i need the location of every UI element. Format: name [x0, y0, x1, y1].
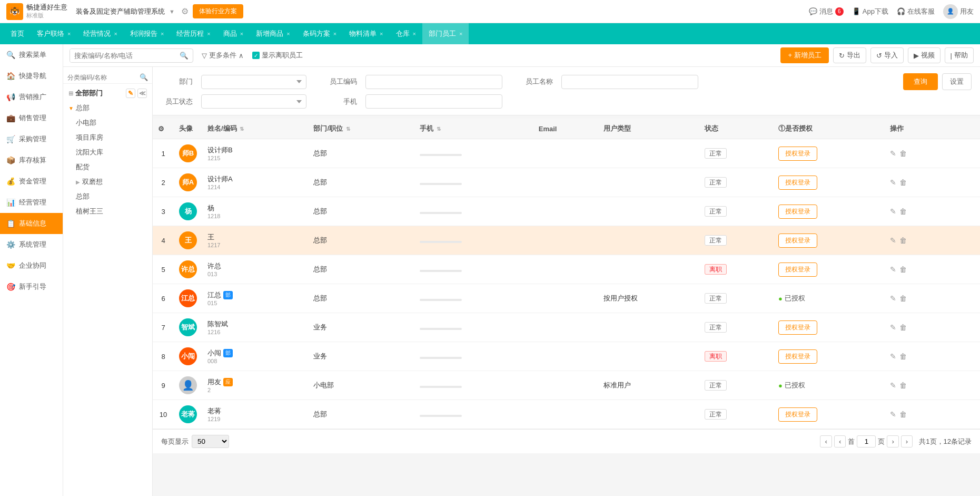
search-input[interactable]: [70, 49, 175, 62]
sidebar-item-guide[interactable]: 🎯 新手引导: [0, 276, 63, 297]
sidebar-item-mgmt[interactable]: 📊 经营管理: [0, 192, 63, 213]
online-service-action[interactable]: 🎧 在线客服: [897, 7, 935, 16]
auth-button[interactable]: 授权登录: [778, 349, 817, 364]
sidebar-item-purchase[interactable]: 🛒 采购管理: [0, 129, 63, 150]
edit-icon[interactable]: ✎: [890, 381, 896, 390]
tab-home[interactable]: 首页: [4, 23, 31, 44]
auth-button[interactable]: 授权登录: [778, 407, 817, 422]
delete-icon[interactable]: 🗑: [899, 381, 907, 390]
next-arrow-btn[interactable]: ›: [887, 435, 898, 448]
delete-icon[interactable]: 🗑: [899, 352, 907, 361]
settings-icon[interactable]: ⚙: [181, 6, 189, 16]
system-dropdown-arrow[interactable]: ▼: [169, 8, 175, 15]
sidebar-item-finance[interactable]: 💰 资金管理: [0, 171, 63, 192]
auth-button[interactable]: 授权登录: [778, 205, 817, 219]
dept-search-icon[interactable]: 🔍: [140, 73, 148, 81]
sidebar-item-system[interactable]: ⚙️ 系统管理: [0, 234, 63, 255]
dept-node-project[interactable]: 项目库房: [63, 130, 152, 145]
more-conditions-btn[interactable]: ▽ 更多条件 ∧: [197, 48, 248, 63]
edit-icon[interactable]: ✎: [890, 265, 896, 274]
tab-bom[interactable]: 物料清单 ×: [343, 23, 389, 44]
import-button[interactable]: ↺ 导入: [870, 47, 904, 63]
search-button[interactable]: 🔍: [175, 49, 193, 62]
edit-icon[interactable]: ✎: [890, 236, 896, 245]
delete-icon[interactable]: 🗑: [899, 207, 907, 216]
dept-node-shuangmo[interactable]: ▶ 双磨想: [63, 174, 152, 189]
close-icon[interactable]: ×: [413, 31, 416, 37]
page-input[interactable]: [857, 435, 876, 448]
prev-arrow-btn[interactable]: ‹: [834, 435, 846, 448]
tab-operation[interactable]: 经营情况 ×: [77, 23, 123, 44]
auth-button[interactable]: 授权登录: [778, 262, 817, 277]
close-icon[interactable]: ×: [161, 31, 164, 37]
dept-node-zongbu[interactable]: 总部: [63, 189, 152, 204]
dept-filter-select[interactable]: [201, 75, 306, 89]
delete-icon[interactable]: 🗑: [899, 294, 907, 303]
export-button[interactable]: ↻ 导出: [833, 47, 866, 63]
dept-node-peihuo[interactable]: 配货: [63, 160, 152, 174]
edit-icon[interactable]: ✎: [890, 207, 896, 216]
show-resigned-toggle[interactable]: ✓ 显示离职员工: [252, 51, 303, 60]
sidebar-item-marketing[interactable]: 📢 营销推广: [0, 86, 63, 108]
tab-barcode[interactable]: 条码方案 ×: [296, 23, 343, 44]
close-icon[interactable]: ×: [333, 31, 336, 37]
edit-icon[interactable]: ✎: [890, 294, 896, 303]
prev-page-btn[interactable]: ‹: [820, 435, 831, 448]
close-icon[interactable]: ×: [286, 31, 290, 37]
emp-code-input[interactable]: [365, 75, 502, 89]
auth-button[interactable]: 授权登录: [778, 234, 817, 248]
add-employee-button[interactable]: + 新增员工: [780, 47, 828, 63]
phone-input[interactable]: [365, 94, 502, 109]
edit-icon[interactable]: ✎: [890, 323, 896, 332]
tab-process[interactable]: 经营历程 ×: [170, 23, 216, 44]
close-icon[interactable]: ×: [67, 31, 71, 37]
sidebar-item-search[interactable]: 🔍 搜索菜单: [0, 44, 63, 65]
dept-edit-icon[interactable]: ✎: [126, 89, 135, 98]
dept-search-input[interactable]: [67, 74, 140, 81]
dept-node-general[interactable]: ▼ 总部: [63, 101, 152, 115]
close-icon[interactable]: ×: [114, 31, 117, 37]
sidebar-item-inventory[interactable]: 📦 库存核算: [0, 150, 63, 171]
sidebar-item-collab[interactable]: 🤝 企业协同: [0, 255, 63, 276]
edit-icon[interactable]: ✎: [890, 410, 896, 419]
auth-button[interactable]: 授权登录: [778, 147, 817, 161]
trial-button[interactable]: 体验行业方案: [193, 4, 243, 18]
help-button[interactable]: | 帮助: [945, 47, 974, 63]
edit-icon[interactable]: ✎: [890, 178, 896, 187]
close-icon[interactable]: ×: [380, 31, 383, 37]
tab-warehouse[interactable]: 仓库 ×: [390, 23, 422, 44]
dept-node-shenyang[interactable]: 沈阳大库: [63, 145, 152, 160]
query-button[interactable]: 查询: [903, 73, 938, 90]
delete-icon[interactable]: 🗑: [899, 323, 907, 332]
next-page-btn[interactable]: ›: [901, 435, 913, 448]
close-icon[interactable]: ×: [207, 31, 210, 37]
delete-icon[interactable]: 🗑: [899, 236, 907, 245]
tab-profit[interactable]: 利润报告 ×: [124, 23, 170, 44]
per-page-select[interactable]: 50 100: [192, 435, 229, 448]
sidebar-item-base[interactable]: 📋 基础信息: [0, 213, 63, 234]
close-icon[interactable]: ×: [240, 31, 243, 37]
auth-button[interactable]: 授权登录: [778, 176, 817, 190]
delete-icon[interactable]: 🗑: [899, 410, 907, 419]
delete-icon[interactable]: 🗑: [899, 265, 907, 274]
auth-button[interactable]: 授权登录: [778, 320, 817, 335]
sidebar-item-sales[interactable]: 💼 销售管理: [0, 108, 63, 129]
views-button[interactable]: ▶ 视频: [908, 47, 941, 63]
sidebar-item-nav[interactable]: 🏠 快捷导航: [0, 65, 63, 86]
user-action[interactable]: 👤 用友: [943, 4, 974, 19]
emp-name-input[interactable]: [561, 75, 698, 89]
delete-icon[interactable]: 🗑: [899, 178, 907, 187]
set-button[interactable]: 设置: [942, 73, 972, 90]
emp-status-select[interactable]: [201, 94, 306, 109]
close-icon[interactable]: ×: [459, 31, 462, 37]
edit-icon[interactable]: ✎: [890, 352, 896, 361]
notify-action[interactable]: 💬 消息 6: [809, 7, 844, 16]
dept-node-xiaodian[interactable]: 小电部: [63, 115, 152, 130]
tab-customer[interactable]: 客户联络 ×: [31, 23, 77, 44]
delete-icon[interactable]: 🗑: [899, 149, 907, 158]
app-download-action[interactable]: 📱 App下载: [852, 7, 888, 16]
dept-collapse-icon[interactable]: ≪: [137, 89, 147, 98]
edit-icon[interactable]: ✎: [890, 149, 896, 158]
tab-dept-employee[interactable]: 部门员工 ×: [422, 23, 469, 44]
dept-node-zhishu[interactable]: 植树王三: [63, 204, 152, 219]
